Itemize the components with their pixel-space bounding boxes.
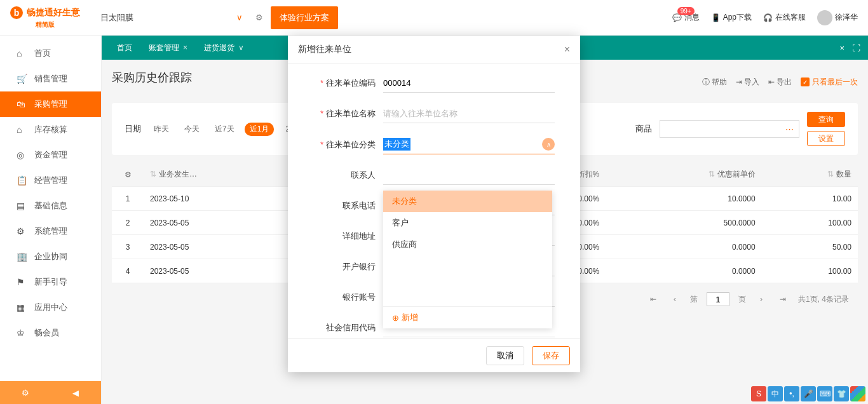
page-title: 采购历史价跟踪 bbox=[112, 70, 192, 85]
nav-member[interactable]: ♔畅会员 bbox=[0, 320, 101, 346]
close-icon[interactable]: ∨ bbox=[238, 43, 244, 52]
account-label: 银行账号 bbox=[288, 292, 383, 303]
pager-next[interactable]: › bbox=[755, 293, 768, 306]
pill-7days[interactable]: 近7天 bbox=[210, 123, 240, 136]
ime-logo-icon[interactable]: S bbox=[751, 386, 766, 401]
category-select[interactable]: 未分类 ∧ bbox=[383, 135, 555, 154]
ime-toolbar: S 中 •, 🎤 ⌨ 👕 bbox=[751, 386, 865, 401]
nav-finance[interactable]: ◎资金管理 bbox=[0, 142, 101, 168]
logo-text: 畅捷通好生意 bbox=[27, 7, 80, 18]
pill-1month[interactable]: 近1月 bbox=[245, 123, 275, 136]
category-value: 未分类 bbox=[383, 135, 542, 154]
import-link[interactable]: ⇥ 导入 bbox=[736, 77, 759, 88]
category-dropdown: 未分类 客户 供应商 ⊕新增 bbox=[383, 191, 552, 328]
nav-system[interactable]: ⚙系统管理 bbox=[0, 219, 101, 244]
close-icon[interactable]: × bbox=[183, 43, 187, 52]
experience-button[interactable]: 体验行业方案 bbox=[271, 6, 338, 29]
header-right: 💬消息 99+ 📱App下载 🎧在线客服 徐泽华 bbox=[672, 10, 858, 25]
dropdown-option-uncategorized[interactable]: 未分类 bbox=[383, 191, 552, 212]
gear-icon: ⚙ bbox=[22, 388, 29, 398]
code-label: 往来单位编码 bbox=[326, 78, 376, 88]
gear-icon[interactable]: ⚙ bbox=[255, 13, 263, 22]
nav-sales[interactable]: 🛒销售管理 bbox=[0, 66, 101, 91]
fullscreen-icon[interactable]: ⛶ bbox=[852, 43, 860, 53]
contact-label: 联系人 bbox=[288, 170, 383, 181]
avatar bbox=[817, 10, 832, 25]
sort-icon[interactable]: ⇅ bbox=[709, 170, 715, 178]
page-input[interactable] bbox=[707, 292, 729, 306]
nav-collab[interactable]: 🏢企业协同 bbox=[0, 244, 101, 269]
sort-icon[interactable]: ⇅ bbox=[827, 170, 834, 178]
footer-settings[interactable]: ⚙ bbox=[0, 381, 51, 404]
pager-prev[interactable]: ‹ bbox=[668, 293, 681, 306]
tab-accounts[interactable]: 账套管理× bbox=[141, 36, 195, 60]
only-last-checkbox[interactable]: ✓只看最后一次 bbox=[801, 77, 858, 88]
contact-input[interactable] bbox=[383, 166, 555, 185]
pager-label-pre: 第 bbox=[690, 294, 698, 305]
nav-purchase[interactable]: 🛍采购管理 bbox=[0, 91, 101, 117]
query-button[interactable]: 查询 bbox=[807, 112, 845, 127]
name-input[interactable] bbox=[383, 104, 555, 123]
gear-icon: ⚙ bbox=[17, 226, 27, 236]
tab-returns[interactable]: 进货退货∨ bbox=[196, 36, 252, 60]
ime-mic-icon[interactable]: 🎤 bbox=[801, 386, 816, 401]
date-pills: 昨天 今天 近7天 近1月 bbox=[149, 123, 274, 136]
sort-icon[interactable]: ⇅ bbox=[150, 170, 156, 178]
nav-biz[interactable]: 📋经营管理 bbox=[0, 168, 101, 193]
setting-button[interactable]: 设置 bbox=[807, 131, 845, 146]
add-new-category[interactable]: ⊕新增 bbox=[392, 312, 543, 323]
gear-icon[interactable]: ⚙ bbox=[125, 170, 132, 179]
chevron-up-icon[interactable]: ∧ bbox=[542, 138, 555, 151]
pager-label-suf: 页 bbox=[738, 294, 746, 305]
messages-button[interactable]: 💬消息 99+ bbox=[672, 12, 700, 23]
user-menu[interactable]: 徐泽华 bbox=[817, 10, 858, 25]
more-icon: ⋯ bbox=[785, 125, 794, 134]
phone-label: 联系电话 bbox=[288, 200, 383, 212]
tab-home[interactable]: 首页 bbox=[109, 36, 140, 60]
goods-input[interactable]: ⋯ bbox=[660, 120, 799, 138]
chevron-down-icon: ∨ bbox=[236, 13, 243, 22]
clipboard-icon: 📋 bbox=[17, 175, 27, 185]
save-button[interactable]: 保存 bbox=[532, 346, 570, 365]
phone-icon: 📱 bbox=[711, 13, 721, 22]
app-download[interactable]: 📱App下载 bbox=[711, 12, 752, 23]
ime-punct-icon[interactable]: •, bbox=[784, 386, 799, 401]
info-icon: ▤ bbox=[17, 201, 27, 211]
address-label: 详细地址 bbox=[288, 231, 383, 242]
help-link[interactable]: ⓘ 帮助 bbox=[702, 77, 727, 88]
modal-header: 新增往来单位 × bbox=[288, 36, 580, 64]
nav-apps[interactable]: ▦应用中心 bbox=[0, 295, 101, 320]
ime-tools-icon[interactable] bbox=[850, 386, 865, 401]
pager-first[interactable]: ⇤ bbox=[647, 293, 660, 306]
nav-inventory[interactable]: ⌂库存核算 bbox=[0, 117, 101, 142]
flag-icon: ⚑ bbox=[17, 277, 27, 287]
pager-last[interactable]: ⇥ bbox=[776, 293, 789, 306]
pill-yesterday[interactable]: 昨天 bbox=[149, 123, 174, 136]
grid-icon: ▦ bbox=[17, 302, 27, 313]
pager-total: 共1页, 4条记录 bbox=[798, 294, 849, 305]
dropdown-option-customer[interactable]: 客户 bbox=[383, 212, 552, 234]
support[interactable]: 🎧在线客服 bbox=[763, 12, 806, 23]
close-tab-icon[interactable]: × bbox=[839, 43, 844, 53]
export-link[interactable]: ⇤ 导出 bbox=[768, 77, 792, 88]
nav-home[interactable]: ⌂首页 bbox=[0, 41, 101, 66]
category-label: 往来单位分类 bbox=[326, 140, 376, 149]
cancel-button[interactable]: 取消 bbox=[486, 346, 524, 365]
ime-skin-icon[interactable]: 👕 bbox=[834, 386, 849, 401]
ime-lang[interactable]: 中 bbox=[768, 386, 783, 401]
nav-basic[interactable]: ▤基础信息 bbox=[0, 193, 101, 219]
org-selector[interactable]: 日太阳膜 ∨ bbox=[95, 8, 248, 28]
ime-keyboard-icon[interactable]: ⌨ bbox=[817, 386, 832, 401]
dropdown-option-supplier[interactable]: 供应商 bbox=[383, 234, 552, 255]
footer-collapse[interactable]: ◀ bbox=[51, 381, 102, 404]
logo-icon: b bbox=[10, 6, 23, 19]
badge: 99+ bbox=[677, 7, 695, 15]
modal-close-icon[interactable]: × bbox=[564, 44, 570, 55]
modal-footer: 取消 保存 bbox=[288, 338, 580, 372]
name-label: 往来单位名称 bbox=[326, 109, 376, 118]
pill-today[interactable]: 今天 bbox=[179, 123, 205, 136]
sidebar-footer: ⚙ ◀ bbox=[0, 381, 101, 404]
nav-guide[interactable]: ⚑新手引导 bbox=[0, 269, 101, 295]
sidebar: ⌂首页 🛒销售管理 🛍采购管理 ⌂库存核算 ◎资金管理 📋经营管理 ▤基础信息 … bbox=[0, 36, 102, 404]
code-input[interactable] bbox=[383, 74, 555, 93]
